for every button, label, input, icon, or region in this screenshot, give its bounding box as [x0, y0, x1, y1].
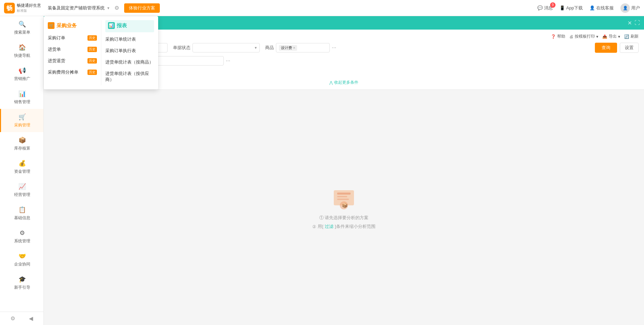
sidebar-label-basic-info: 基础信息	[14, 215, 30, 221]
cost-alloc-history: 历史	[87, 70, 97, 75]
sidebar-label-enterprise: 企业协同	[14, 261, 30, 267]
sidebar-label-marketing: 营销推广	[14, 76, 30, 82]
dropdown-item-cost-alloc[interactable]: 采购费用分摊单 历史	[48, 67, 97, 78]
enterprise-icon: 🤝	[18, 252, 26, 260]
app-download-btn[interactable]: 📱 App下载	[560, 5, 583, 11]
online-service-label: 在线客服	[596, 5, 614, 11]
dropdown-item-inbound-stats-goods[interactable]: 进货单统计表（按商品）	[105, 56, 154, 68]
status-filter-select[interactable]: ▾	[192, 43, 260, 52]
goods-more-btn[interactable]: ···	[332, 45, 336, 51]
help-icon: ❓	[551, 34, 556, 39]
sidebar-item-guide[interactable]: 🎓 新手引导	[0, 271, 43, 294]
refresh-label: 刷新	[631, 34, 639, 39]
logo-line1: 畅捷通好生意	[17, 3, 41, 8]
export-btn[interactable]: 📤 导出 ▾	[602, 34, 620, 39]
refresh-btn[interactable]: 🔄 刷新	[624, 34, 639, 39]
sidebar-item-operations[interactable]: 📈 经营管理	[0, 178, 43, 202]
collapse-btn[interactable]: ⋀ 收起更多条件	[329, 80, 358, 85]
purchase-col-header-label: 采购业务	[57, 23, 77, 29]
salesperson-filter-select[interactable]	[156, 56, 224, 66]
settings-btn[interactable]: 设置	[620, 43, 639, 53]
sidebar-item-enterprise[interactable]: 🤝 企业协同	[0, 248, 43, 271]
purchase-col-header: 🛒 采购业务	[48, 20, 97, 32]
help-label: 帮助	[557, 34, 565, 39]
filter-status: 单据状态 ▾	[173, 43, 260, 52]
goods-tag: 设计费 ×	[279, 45, 297, 51]
purchase-icon: 🛒	[18, 113, 26, 121]
goods-tag-text: 设计费	[281, 45, 292, 50]
report-col-icon: 📊	[108, 22, 115, 29]
empty-illustration: 📦	[327, 185, 361, 212]
message-btn[interactable]: 💬 消息 9	[537, 5, 553, 11]
collapse-label: 收起更多条件	[334, 80, 358, 85]
purchase-order-exec-label: 采购订单执行表	[105, 48, 136, 54]
svg-rect-1	[337, 193, 351, 195]
purchase-dropdown-menu: 🛒 采购业务 采购订单 历史 进货单 历史 进货退货 历史 采购费用分摊	[44, 16, 158, 89]
sidebar-item-nav[interactable]: 🏠 快捷导航	[0, 39, 43, 63]
guide-icon: 🎓	[18, 275, 26, 283]
empty-state: 📦 ① 请先选择要分析的方案 ② 用[ 过滤 ]条件来缩小分析范围	[44, 90, 644, 325]
print-btn[interactable]: 🖨 按模板打印 ▾	[569, 34, 598, 39]
sidebar-label-guide: 新手引导	[14, 285, 30, 290]
sidebar-label-inventory: 库存核算	[14, 146, 30, 151]
dropdown-item-purchase-order-stats[interactable]: 采购订单统计表	[105, 34, 154, 45]
purchase-order-label: 采购订单	[48, 35, 65, 41]
sidebar-item-inventory[interactable]: 📦 库存核算	[0, 132, 43, 155]
purchase-col-icon: 🛒	[48, 22, 55, 29]
tab-bar-right: ✕ ⛶	[628, 20, 644, 26]
empty-tip1: ① 请先选择要分析的方案	[319, 215, 369, 221]
sidebar-label-system: 系统管理	[14, 238, 30, 244]
goods-filter-select[interactable]: 设计费 ×	[276, 43, 330, 52]
action-btns: 查询 设置	[595, 43, 639, 53]
sidebar-item-finance[interactable]: 💰 资金管理	[0, 155, 43, 178]
dropdown-item-inbound-stats-supplier[interactable]: 进货单统计表（按供应商）	[105, 68, 154, 85]
phone-icon: 📱	[560, 5, 565, 10]
tab-close-all-icon[interactable]: ✕	[628, 20, 632, 26]
dropdown-item-purchase-order[interactable]: 采购订单 历史	[48, 32, 97, 44]
sidebar-collapse-btn[interactable]: ◀	[29, 315, 33, 322]
query-btn[interactable]: 查询	[595, 43, 617, 53]
header-right: 💬 消息 9 📱 App下载 👤 在线客服 👤 用户	[537, 3, 640, 13]
industry-btn[interactable]: 体验行业方案	[124, 3, 160, 13]
sidebar-item-marketing[interactable]: 📢 营销推广	[0, 63, 43, 86]
export-label: 导出	[609, 34, 617, 39]
system-title: 装备及固定资产辅助管理系统	[48, 5, 105, 11]
avatar-icon: 👤	[623, 6, 628, 10]
tab-maximize-icon[interactable]: ⛶	[635, 20, 640, 26]
marketing-icon: 📢	[18, 67, 26, 75]
inventory-icon: 📦	[18, 136, 26, 144]
sidebar-item-search[interactable]: 🔍 搜索菜单	[0, 16, 43, 39]
system-settings-icon[interactable]: ⚙	[112, 3, 121, 13]
sidebar-item-sales[interactable]: 📊 销售管理	[0, 86, 43, 109]
system-dropdown-arrow[interactable]: ▾	[107, 6, 109, 10]
dropdown-item-purchase-order-exec[interactable]: 采购订单执行表	[105, 45, 154, 56]
cost-alloc-label: 采购费用分摊单	[48, 69, 78, 75]
dropdown-item-return[interactable]: 进货退货 历史	[48, 55, 97, 67]
dropdown-menu-inner: 🛒 采购业务 采购订单 历史 进货单 历史 进货退货 历史 采购费用分摊	[44, 20, 158, 85]
return-label: 进货退货	[48, 58, 65, 64]
app-download-label: App下载	[566, 5, 583, 11]
goods-tag-remove[interactable]: ×	[293, 46, 295, 50]
user-btn[interactable]: 👤 用户	[620, 3, 640, 13]
online-service-btn[interactable]: 👤 在线客服	[589, 5, 614, 11]
report-col-header-label: 报表	[117, 23, 127, 29]
sidebar-settings-btn[interactable]: ⚙	[10, 315, 15, 322]
report-col-header: 📊 报表	[105, 20, 154, 32]
sidebar: 🔍 搜索菜单 🏠 快捷导航 📢 营销推广 📊 销售管理 🛒 采购管理 📦 库存核…	[0, 16, 44, 325]
help-btn[interactable]: ❓ 帮助	[551, 34, 565, 39]
logo-area: 畅 畅捷通好生意 标准版	[4, 3, 48, 13]
sidebar-label-search: 搜索菜单	[14, 30, 30, 35]
salesperson-more-btn[interactable]: ···	[226, 58, 230, 64]
empty-tip1-text: 请先选择要分析的方案	[325, 215, 368, 220]
export-icon: 📤	[602, 34, 607, 39]
sidebar-item-basic-info[interactable]: 📋 基础信息	[0, 202, 43, 225]
sidebar-item-purchase[interactable]: 🛒 采购管理	[0, 109, 43, 132]
dropdown-item-inbound[interactable]: 进货单 历史	[48, 44, 97, 55]
collapse-up-icon: ⋀	[329, 80, 333, 85]
filter-goods: 商品 设计费 × ···	[265, 43, 336, 52]
inbound-history: 历史	[87, 47, 97, 52]
print-icon: 🖨	[569, 34, 573, 39]
sidebar-item-system[interactable]: ⚙ 系统管理	[0, 225, 43, 248]
sales-icon: 📊	[18, 90, 26, 98]
operations-icon: 📈	[18, 182, 26, 191]
